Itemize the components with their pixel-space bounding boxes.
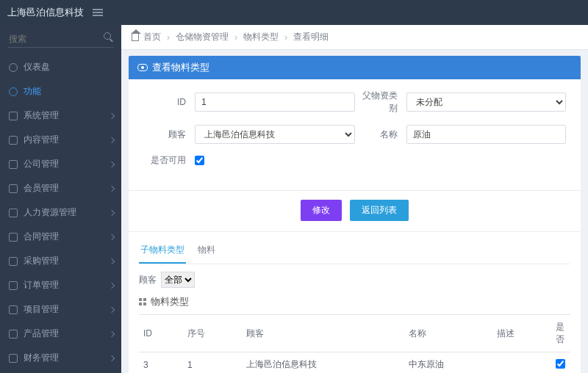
sidebar-nav: 仪表盘 功能 系统管理 内容管理 公司管理 会员管理 人力资源管理 合同管理 采… [0,55,121,373]
sidebar-item-contract[interactable]: 合同管理 [0,225,121,249]
search-input[interactable] [7,31,114,48]
back-button[interactable]: 返回列表 [350,200,409,221]
cell-seq: 1 [183,352,242,374]
chevron-right-icon [109,112,115,118]
sidebar-item-label: 订单管理 [24,279,59,291]
sidebar-item-company[interactable]: 公司管理 [0,152,121,176]
button-row: 修改 返回列表 [129,190,581,231]
customer-select[interactable]: 上海邑泊信息科技 [195,125,355,144]
breadcrumb-home[interactable]: 首页 [143,31,161,43]
cell-customer: 上海邑泊信息科技 [242,352,404,374]
cell-name: 中东原油 [404,352,492,374]
detail-panel: 查看物料类型 ID 父物资类别 未分配 [129,56,581,373]
col-seq: 序号 [183,315,242,352]
sidebar-item-system[interactable]: 系统管理 [0,104,121,128]
menu-toggle-icon[interactable] [93,9,103,16]
table-subhead: 物料类型 [139,292,570,314]
chevron-right-icon [109,209,115,215]
filter-label: 顾客 [139,274,157,286]
breadcrumb: 首页 仓储物资管理 物料类型 查看明细 [121,25,588,50]
chevron-right-icon [109,282,115,288]
sidebar-item-label: 项目管理 [24,303,59,316]
chevron-right-icon [109,330,115,336]
sidebar: 仪表盘 功能 系统管理 内容管理 公司管理 会员管理 人力资源管理 合同管理 采… [0,25,121,373]
sidebar-item-label: 产品管理 [24,327,59,340]
tab-material[interactable]: 物料 [196,239,217,264]
sidebar-item-member[interactable]: 会员管理 [0,176,121,200]
table-header-row: ID 序号 顾客 名称 描述 是否 [139,315,570,352]
chevron-right-icon [109,355,115,361]
cell-id: 3 [139,352,183,374]
filter-select[interactable]: 全部 [161,272,195,288]
sidebar-item-purchase[interactable]: 采购管理 [0,249,121,273]
breadcrumb-item[interactable]: 仓储物资管理 [176,31,229,43]
enabled-checkbox[interactable] [195,156,204,165]
label-parent: 父物资类别 [355,90,406,115]
chevron-right-icon [109,185,115,191]
breadcrumb-sep [233,32,239,43]
parent-select[interactable]: 未分配 [406,93,567,112]
module-icon [9,136,18,145]
sidebar-item-finance[interactable]: 财务管理 [0,346,121,370]
module-icon [9,257,18,266]
module-icon [9,184,18,193]
sidebar-search [0,25,121,51]
module-icon [9,233,18,242]
sidebar-item-project[interactable]: 项目管理 [0,297,121,322]
sidebar-item-label: 合同管理 [24,231,59,243]
topbar: 上海邑泊信息科技 [0,0,588,25]
sidebar-item-function[interactable]: 功能 [0,79,121,104]
col-id: ID [139,315,183,352]
label-customer: 顾客 [143,128,195,141]
sidebar-item-label: 人力资源管理 [24,206,76,219]
module-icon [9,330,18,338]
sidebar-item-label: 会员管理 [24,182,59,195]
module-icon [9,209,18,217]
breadcrumb-sep [165,32,171,43]
sidebar-item-dashboard[interactable]: 仪表盘 [0,55,121,79]
cell-enabled [551,352,570,374]
module-icon [9,112,18,120]
name-field[interactable] [406,125,567,144]
col-desc: 描述 [492,315,551,352]
row-enabled-checkbox[interactable] [556,359,565,369]
module-icon [9,281,18,290]
sidebar-item-label: 功能 [24,85,41,98]
filter-row: 顾客 全部 [139,264,570,292]
tab-area: 子物料类型 物料 顾客 全部 物料类型 ID [129,231,581,373]
gear-icon [9,87,18,96]
data-table: ID 序号 顾客 名称 描述 是否 3 1 上海邑泊信息科技 [139,314,570,373]
breadcrumb-sep [283,32,289,43]
label-id: ID [143,97,195,107]
brand-title: 上海邑泊信息科技 [7,6,84,19]
module-icon [9,305,18,314]
breadcrumb-item: 查看明细 [293,31,329,43]
form-area: ID 父物资类别 未分配 顾客 上海邑泊信息科技 [129,79,581,190]
search-icon[interactable] [104,32,111,40]
sidebar-item-order[interactable]: 订单管理 [0,273,121,297]
sidebar-item-hr[interactable]: 人力资源管理 [0,200,121,225]
chevron-right-icon [109,306,115,312]
grid-icon [139,298,146,305]
sidebar-item-product[interactable]: 产品管理 [0,322,121,346]
module-icon [9,354,18,363]
label-name: 名称 [355,128,406,141]
module-icon [9,160,18,169]
home-icon[interactable] [132,34,139,41]
tab-sub-material[interactable]: 子物料类型 [139,239,186,264]
chevron-right-icon [109,137,115,142]
sidebar-item-content[interactable]: 内容管理 [0,128,121,152]
breadcrumb-item[interactable]: 物料类型 [243,31,279,43]
col-enabled: 是否 [551,315,570,352]
chevron-right-icon [109,233,115,239]
sidebar-item-accounting[interactable]: 会计管理 [0,370,121,373]
sidebar-item-label: 公司管理 [24,158,59,170]
panel-title: 查看物料类型 [152,61,209,74]
edit-button[interactable]: 修改 [301,200,342,221]
main-content: 首页 仓储物资管理 物料类型 查看明细 查看物料类型 ID 父物 [121,25,588,373]
dashboard-icon [9,63,18,72]
cell-desc [492,352,551,374]
sidebar-item-label: 财务管理 [24,352,59,364]
table-row[interactable]: 3 1 上海邑泊信息科技 中东原油 [139,352,570,374]
id-field[interactable] [195,93,355,112]
